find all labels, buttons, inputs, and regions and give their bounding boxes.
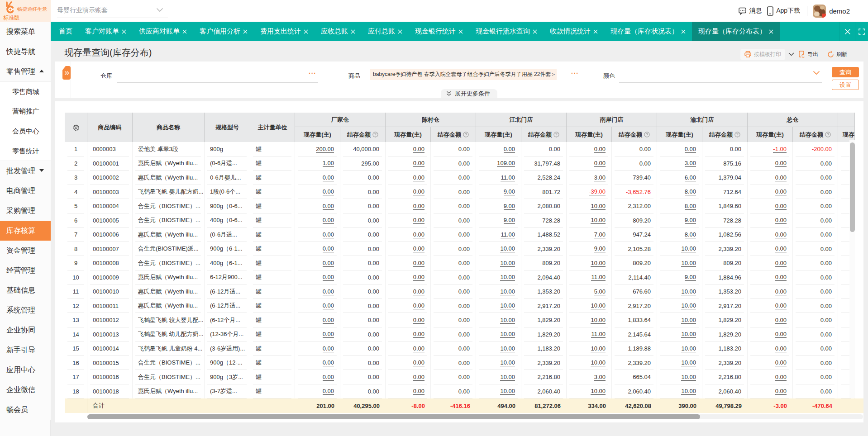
product-input[interactable]: babycare孕妇待产包 春季入院全套母子组合孕妇产后冬季月子用品 22件套> xyxy=(370,69,557,80)
tab-close-icon[interactable] xyxy=(769,29,773,34)
tab-现金银行流水查询[interactable]: 现金银行流水查询 xyxy=(469,22,544,41)
quantity-link[interactable]: 0.00 xyxy=(775,359,787,366)
quantity-link[interactable]: 0.00 xyxy=(323,217,334,224)
quantity-link[interactable]: 10.00 xyxy=(500,374,515,381)
sidebar-item-零售商城[interactable]: 零售商城 xyxy=(0,81,51,101)
sidebar-item-企业微信[interactable]: 企业微信 xyxy=(0,380,51,400)
sidebar-item-零售管理[interactable]: 零售管理 xyxy=(0,62,51,81)
tab-应收总账[interactable]: 应收总账 xyxy=(315,22,362,41)
avatar[interactable] xyxy=(813,5,826,18)
quantity-link[interactable]: 9.00 xyxy=(685,217,696,224)
quantity-link[interactable]: 8.00 xyxy=(685,203,696,210)
quantity-link[interactable]: 10.00 xyxy=(681,302,696,309)
quantity-link[interactable]: 9.00 xyxy=(504,217,515,224)
quantity-link[interactable]: 5.00 xyxy=(594,288,606,295)
quantity-link[interactable]: 10.00 xyxy=(591,345,606,352)
quantity-link[interactable]: 0.00 xyxy=(775,217,787,224)
quantity-link[interactable]: 0.00 xyxy=(323,388,334,395)
quantity-link[interactable]: 10.00 xyxy=(500,260,515,267)
quantity-link[interactable]: 10.00 xyxy=(681,245,696,252)
sidebar-item-新手引导[interactable]: 新手引导 xyxy=(0,340,51,360)
quantity-link[interactable]: 0.00 xyxy=(413,288,424,295)
quantity-link[interactable]: 10.00 xyxy=(500,359,515,366)
quantity-link[interactable]: 10.00 xyxy=(500,331,515,338)
tab-客户信用分析[interactable]: 客户信用分析 xyxy=(193,22,254,41)
sidebar-item-库存核算[interactable]: 库存核算 xyxy=(0,221,51,241)
quantity-link[interactable]: 6.00 xyxy=(685,174,696,181)
quantity-link[interactable]: 0.00 xyxy=(775,317,787,324)
quantity-link[interactable]: 0.00 xyxy=(413,245,424,252)
sidebar-item-采购管理[interactable]: 采购管理 xyxy=(0,201,51,221)
column-settings-header[interactable] xyxy=(65,113,87,142)
print-options-dropdown[interactable] xyxy=(788,52,794,56)
sidebar-item-批发管理[interactable]: 批发管理 xyxy=(0,161,51,181)
quantity-link[interactable]: 0.00 xyxy=(323,345,334,352)
quantity-link[interactable]: 0.00 xyxy=(323,317,334,324)
quantity-link[interactable]: 0.00 xyxy=(775,331,787,338)
quantity-link[interactable]: 0.00 xyxy=(504,146,515,153)
username[interactable]: demo2 xyxy=(829,7,850,15)
quantity-link[interactable]: 0.00 xyxy=(323,231,334,238)
quantity-link[interactable]: 11.00 xyxy=(501,174,515,181)
quantity-link[interactable]: 10.00 xyxy=(591,388,606,395)
quantity-link[interactable]: 8.00 xyxy=(685,188,696,195)
quantity-link[interactable]: -1.00 xyxy=(773,146,787,153)
tab-close-icon[interactable] xyxy=(122,29,126,34)
settings-button[interactable]: 设置 xyxy=(832,80,859,90)
quantity-link[interactable]: 0.00 xyxy=(323,245,334,252)
quantity-link[interactable]: 0.00 xyxy=(323,188,334,195)
sidebar-item-企业协同[interactable]: 企业协同 xyxy=(0,320,51,340)
messages-button[interactable]: 消息 xyxy=(739,0,762,22)
quantity-link[interactable]: 0.00 xyxy=(594,160,606,167)
quantity-link[interactable]: 7.00 xyxy=(594,231,606,238)
tab-close-icon[interactable] xyxy=(351,29,355,34)
quantity-link[interactable]: 10.00 xyxy=(591,217,606,224)
quantity-link[interactable]: 10.00 xyxy=(591,260,606,267)
quantity-link[interactable]: 0.00 xyxy=(323,174,334,181)
tab-close-icon[interactable] xyxy=(681,29,686,34)
tab-费用支出统计[interactable]: 费用支出统计 xyxy=(254,22,315,41)
quantity-link[interactable]: 10.00 xyxy=(500,317,515,324)
sidebar-item-经营管理[interactable]: 经营管理 xyxy=(0,261,51,280)
quantity-link[interactable]: 0.00 xyxy=(685,146,696,153)
quantity-link[interactable]: 11.00 xyxy=(591,331,606,338)
quantity-link[interactable]: 10.00 xyxy=(500,345,515,352)
quantity-link[interactable]: 0.00 xyxy=(413,374,424,381)
quantity-link[interactable]: 0.00 xyxy=(323,288,334,295)
quantity-link[interactable]: 0.00 xyxy=(594,146,606,153)
export-button[interactable]: 导出 xyxy=(799,51,818,58)
quantity-link[interactable]: 9.00 xyxy=(504,188,515,195)
quantity-link[interactable]: 0.00 xyxy=(413,274,424,281)
quantity-link[interactable]: 0.00 xyxy=(413,317,424,324)
expand-more-conditions[interactable]: 展开更多条件 xyxy=(441,89,497,98)
tab-close-icon[interactable] xyxy=(304,29,308,34)
sidebar-item-会员中心[interactable]: 会员中心 xyxy=(0,121,51,141)
horizontal-scrollbar-thumb[interactable] xyxy=(87,414,700,419)
quantity-link[interactable]: 11.00 xyxy=(501,231,515,238)
quantity-link[interactable]: 10.00 xyxy=(591,302,606,309)
quantity-link[interactable]: 10.00 xyxy=(500,302,515,309)
tab-客户对账单[interactable]: 客户对账单 xyxy=(79,22,133,41)
quantity-link[interactable]: 200.00 xyxy=(316,146,334,153)
tab-close-icon[interactable] xyxy=(458,29,463,34)
quantity-link[interactable]: 3.00 xyxy=(594,374,606,381)
sidebar-item-资金管理[interactable]: 资金管理 xyxy=(0,241,51,261)
quantity-link[interactable]: 0.00 xyxy=(413,388,424,395)
tab-close-icon[interactable] xyxy=(398,29,402,34)
quantity-link[interactable]: 10.00 xyxy=(681,317,696,324)
sidebar-item-零售统计[interactable]: 零售统计 xyxy=(0,141,51,161)
tab-close-icon[interactable] xyxy=(533,29,537,34)
quantity-link[interactable]: 0.00 xyxy=(413,188,424,195)
sidebar-item-基础信息[interactable]: 基础信息 xyxy=(0,280,51,300)
quantity-link[interactable]: 10.00 xyxy=(681,331,696,338)
fullscreen-button[interactable] xyxy=(855,22,868,41)
sidebar-item-应用中心[interactable]: 应用中心 xyxy=(0,360,51,380)
product-picker-ellipsis[interactable]: ··· xyxy=(571,70,579,77)
tab-close-icon[interactable] xyxy=(243,29,248,34)
quantity-link[interactable]: 0.00 xyxy=(775,203,787,210)
quantity-link[interactable]: 0.00 xyxy=(323,374,334,381)
quantity-link[interactable]: 0.00 xyxy=(413,203,424,210)
warehouse-picker-ellipsis[interactable]: ··· xyxy=(309,70,316,77)
quantity-link[interactable]: 3.00 xyxy=(594,174,606,181)
quantity-link[interactable]: 10.00 xyxy=(500,274,515,281)
